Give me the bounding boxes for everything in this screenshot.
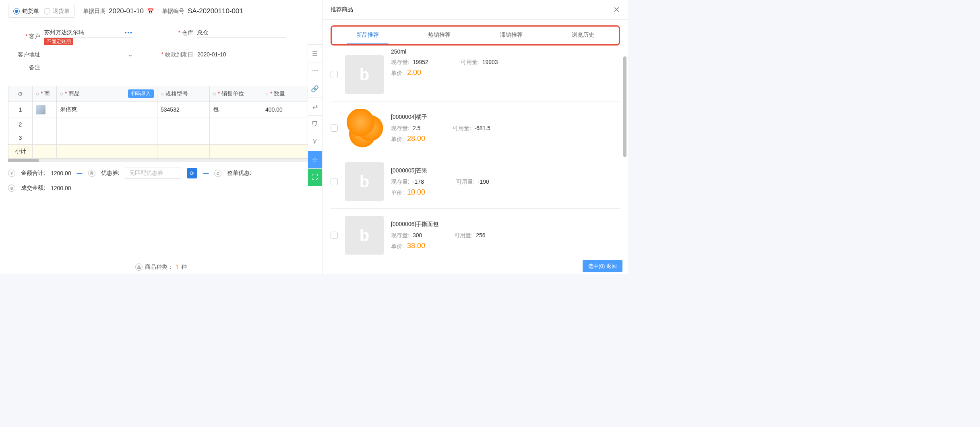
side-toolbar: ☰ 〰 🔗 ⇄ ⛉ ¥ ☆ ⛶ — [308, 44, 322, 186]
subtotal-label: 小计 — [8, 145, 33, 158]
address-input[interactable]: ⌄ — [44, 50, 133, 59]
cell-unit[interactable]: 包 — [210, 102, 262, 118]
col-unit[interactable]: 销售单位 — [218, 90, 244, 97]
product-item[interactable]: b[0000006]手撕面包现存量:300可用量:256单价:38.00 — [331, 209, 620, 262]
col-spec[interactable]: 规格型号 — [165, 90, 188, 97]
doc-no-value: SA-20200110-001 — [188, 7, 243, 15]
table-row[interactable]: 1 果倍爽 534532 包 400.00 — [8, 102, 314, 118]
col-product[interactable]: 商品 — [65, 90, 80, 97]
rec-title: 推荐商品 — [331, 6, 353, 13]
duedate-value: 2020-01-10 — [197, 51, 226, 58]
col-qty[interactable]: 数量 — [270, 90, 285, 97]
avail-value: 256 — [476, 232, 485, 238]
tab-hot[interactable]: 热销推荐 — [418, 27, 460, 44]
coupon-label: 优惠券: — [101, 170, 120, 177]
product-item[interactable]: b[0000005]芒果现存量:-178可用量:-190单价:10.00 — [331, 155, 620, 209]
amount-value: 1200.00 — [51, 170, 71, 176]
scan-button[interactable]: 扫码录入 — [128, 89, 154, 98]
product-item[interactable]: b250ml现存量:19952可用量:19903单价:2.00 — [331, 48, 620, 102]
warehouse-input[interactable]: 总仓 — [197, 28, 286, 38]
kinds-label: 商品种类： — [145, 263, 173, 271]
refresh-icon[interactable]: ⟳ — [187, 168, 197, 178]
product-checkbox[interactable] — [331, 124, 338, 132]
select-return-button[interactable]: 选中(0) 返回 — [583, 260, 623, 272]
radio-dot-icon — [13, 8, 20, 15]
col-shang[interactable]: 商 — [41, 90, 50, 97]
price-value: 38.00 — [407, 242, 425, 250]
minus-icon: — — [203, 170, 209, 176]
account-badge: 不固定账期 — [44, 38, 73, 45]
customer-label: 客户 — [8, 33, 40, 40]
sort-icon[interactable]: ◇ — [161, 91, 164, 96]
tool-chart-icon[interactable]: 〰 — [308, 62, 322, 80]
deal-value: 1200.00 — [51, 185, 71, 191]
sort-icon[interactable]: ◇ — [36, 91, 39, 96]
price-value: 28.00 — [407, 135, 425, 143]
warehouse-value: 总仓 — [197, 29, 209, 36]
duedate-input[interactable]: 2020-01-10 — [197, 50, 286, 59]
line-items-grid: ⚙ ◇商 ◇商品扫码录入 ◇规格型号 ◇销售单位 ◇数量 1 果倍爽 53453… — [8, 86, 314, 159]
sort-icon[interactable]: ◇ — [60, 91, 63, 96]
deal-label: 成交金额: — [21, 184, 45, 192]
cell-product[interactable]: 果倍爽 — [57, 102, 157, 118]
duedate-label: 收款到期日 — [161, 51, 193, 58]
avail-value: -681.5 — [474, 125, 490, 131]
customer-input[interactable]: 苏州万达沃尔玛 ••• — [44, 28, 133, 38]
tab-return[interactable]: 退货单 — [44, 8, 70, 15]
tab-history[interactable]: 浏览历史 — [562, 27, 604, 44]
table-row[interactable]: 2 — [8, 118, 314, 131]
stock-value: 19952 — [413, 59, 428, 65]
coupon-input[interactable]: 无匹配优惠券 — [125, 168, 181, 179]
date-value[interactable]: 2020-01-10 — [109, 7, 144, 15]
tab-slow[interactable]: 滞销推荐 — [490, 27, 532, 44]
tab-sales-label: 销货单 — [22, 8, 39, 15]
cell-qty[interactable]: 400.00 — [262, 102, 294, 118]
more-icon[interactable]: ••• — [124, 29, 133, 36]
row-num: 2 — [8, 118, 33, 131]
product-checkbox[interactable] — [331, 71, 338, 78]
product-name: [0000005]芒果 — [391, 167, 620, 174]
tab-sales[interactable]: 销货单 — [13, 8, 39, 15]
tool-star-icon[interactable]: ☆ — [308, 151, 322, 168]
calendar-icon[interactable]: 📅 — [147, 8, 154, 15]
sort-icon[interactable]: ◇ — [265, 91, 269, 96]
tool-shield-icon[interactable]: ⛉ — [308, 115, 322, 133]
v-scrollbar[interactable] — [623, 56, 626, 157]
warehouse-label: 仓库 — [161, 29, 193, 37]
product-checkbox[interactable] — [331, 178, 338, 185]
whole-discount-label: 整单优惠: — [227, 170, 251, 177]
tool-expand-icon[interactable]: ⛶ — [308, 168, 322, 186]
deal-icon: ⊛ — [8, 184, 15, 192]
tool-swap-icon[interactable]: ⇄ — [308, 97, 322, 115]
price-value: 10.00 — [407, 188, 425, 196]
doc-type-tabs: 销货单 退货单 单据日期 2020-01-10 📅 单据编号 SA-202001… — [8, 5, 314, 21]
radio-dot-icon — [44, 8, 50, 15]
avail-value: 19903 — [482, 59, 498, 65]
stock-value: 300 — [413, 232, 422, 238]
discount-icon: ⊘ — [214, 170, 221, 177]
tool-list-icon[interactable]: ☰ — [308, 44, 322, 62]
minus-icon: — — [77, 170, 83, 176]
product-image: b — [345, 216, 384, 255]
tool-link-icon[interactable]: 🔗 — [308, 80, 322, 97]
tab-new[interactable]: 新品推荐 — [347, 27, 389, 44]
remark-input[interactable] — [44, 66, 149, 69]
tool-yen-icon[interactable]: ¥ — [308, 133, 322, 151]
product-image: b — [345, 55, 384, 94]
row-num: 1 — [8, 102, 33, 118]
product-checkbox[interactable] — [331, 232, 338, 239]
coupon-icon: 券 — [88, 170, 95, 177]
stock-value: -178 — [413, 178, 424, 185]
product-name: [0000004]橘子 — [391, 114, 620, 121]
gear-icon[interactable]: ⚙ — [18, 91, 23, 97]
yen-icon: ¥ — [8, 170, 15, 177]
product-item[interactable]: [0000004]橘子现存量:2.5可用量:-681.5单价:28.00 — [331, 102, 620, 155]
h-scrollbar[interactable] — [8, 159, 314, 162]
close-icon[interactable]: ✕ — [613, 5, 620, 15]
cell-spec[interactable]: 534532 — [157, 102, 210, 118]
table-row[interactable]: 3 — [8, 131, 314, 145]
avail-value: -190 — [478, 178, 489, 185]
product-list[interactable]: b250ml现存量:19952可用量:19903单价:2.00[0000004]… — [323, 48, 628, 274]
tab-return-label: 退货单 — [53, 8, 70, 15]
sort-icon[interactable]: ◇ — [213, 91, 216, 96]
